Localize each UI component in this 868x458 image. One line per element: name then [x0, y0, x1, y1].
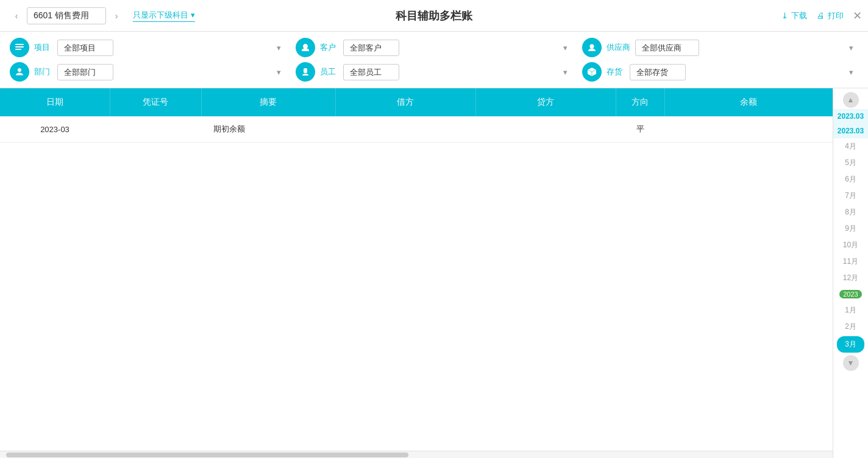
cell-debit [335, 116, 475, 143]
only-sub-toggle[interactable]: 只显示下级科目 ▾ [133, 10, 195, 22]
dept-select[interactable]: 全部部门 [57, 64, 113, 80]
page-title: 科目辅助多栏账 [396, 9, 472, 23]
project-label: 项目 [34, 42, 52, 53]
customer-select-wrapper: 全部客户 [343, 40, 572, 56]
filter-dept: 部门 全部部门 [10, 62, 286, 82]
download-label: 下载 [791, 10, 807, 21]
supplier-select[interactable]: 全部供应商 [635, 40, 699, 56]
col-debit: 借方 [335, 88, 475, 116]
inventory-icon [582, 62, 602, 82]
timeline-year-row: 2023 [839, 286, 861, 302]
filter-employee: 员工 全部员工 [296, 62, 572, 82]
table-area: 日期 凭证号 摘要 借方 贷方 方向 余额 2023-03 期初余额 [0, 88, 833, 458]
filter-row-1: 项目 全部项目 客户 全部客户 [10, 38, 858, 57]
inventory-select[interactable]: 全部存货 [630, 64, 686, 80]
nav-area: ‹ 6601 销售费用 › [10, 7, 123, 24]
timeline-item-4[interactable]: 4月 [833, 138, 868, 155]
horizontal-scrollbar[interactable] [0, 451, 833, 458]
next-button[interactable]: › [110, 9, 123, 23]
data-table: 日期 凭证号 摘要 借方 贷方 方向 余额 2023-03 期初余额 [0, 88, 833, 143]
print-button[interactable]: 🖨 打印 [817, 10, 844, 21]
col-desc: 摘要 [201, 88, 335, 116]
filter-inventory: 存货 全部存货 [582, 62, 858, 82]
col-direction: 方向 [616, 88, 664, 116]
timeline-down-button[interactable]: ▼ [843, 355, 859, 371]
filter-project: 项目 全部项目 [10, 38, 286, 57]
customer-label: 客户 [320, 42, 338, 53]
employee-icon [296, 62, 315, 82]
svg-rect-1 [15, 46, 24, 48]
timeline-item-12[interactable]: 12月 [833, 270, 868, 286]
titlebar: ‹ 6601 销售费用 › 只显示下级科目 ▾ 科目辅助多栏账 ⤓ 下载 🖨 打… [0, 0, 868, 32]
timeline-item-5[interactable]: 5月 [833, 155, 868, 171]
inventory-label: 存货 [607, 66, 625, 77]
timeline: ▲ 2023.03 2023.03 4月 5月 6月 7月 8月 9月 10月 … [833, 88, 868, 458]
col-credit: 贷方 [475, 88, 616, 116]
cell-voucher [110, 116, 201, 143]
toolbar-right: ⤓ 下载 🖨 打印 [781, 10, 844, 21]
cell-direction: 平 [616, 116, 664, 143]
svg-point-3 [589, 44, 594, 49]
svg-rect-5 [304, 68, 307, 73]
table-body: 2023-03 期初余额 平 [0, 116, 833, 143]
filter-supplier: 供应商 全部供应商 [582, 38, 858, 57]
svg-rect-2 [15, 49, 21, 50]
timeline-item-9[interactable]: 9月 [833, 220, 868, 237]
svg-point-4 [18, 68, 21, 72]
employee-label: 员工 [320, 66, 338, 77]
table-header: 日期 凭证号 摘要 借方 贷方 方向 余额 [0, 88, 833, 116]
main-window: ‹ 6601 销售费用 › 只显示下级科目 ▾ 科目辅助多栏账 ⤓ 下载 🖨 打… [0, 0, 868, 458]
cell-credit [475, 116, 616, 143]
svg-rect-0 [15, 44, 24, 45]
cell-description: 期初余额 [201, 116, 335, 143]
download-button[interactable]: ⤓ 下载 [781, 10, 807, 21]
timeline-item-3-active[interactable]: 3月 [837, 336, 864, 353]
filter-area: 项目 全部项目 客户 全部客户 [0, 32, 868, 88]
filter-customer: 客户 全部客户 [296, 38, 572, 57]
employee-select-wrapper: 全部员工 [343, 64, 572, 80]
table-row: 2023-03 期初余额 平 [0, 116, 833, 143]
timeline-item-8[interactable]: 8月 [833, 204, 868, 220]
project-select[interactable]: 全部项目 [57, 40, 113, 56]
chevron-down-icon: ▾ [191, 10, 195, 19]
cell-date: 2023-03 [0, 116, 110, 143]
dept-icon [10, 62, 29, 82]
timeline-item-11[interactable]: 11月 [833, 253, 868, 270]
dept-select-wrapper: 全部部门 [57, 64, 286, 80]
year-badge: 2023 [839, 290, 861, 298]
employee-select[interactable]: 全部员工 [343, 64, 399, 80]
only-sub-label: 只显示下级科目 [133, 10, 188, 21]
close-button[interactable]: ✕ [853, 9, 862, 23]
timeline-item-6[interactable]: 6月 [833, 171, 868, 188]
supplier-label: 供应商 [607, 42, 630, 53]
timeline-item-10[interactable]: 10月 [833, 237, 868, 253]
col-balance: 余额 [664, 88, 833, 116]
timeline-item-selected-2[interactable]: 2023.03 [833, 124, 868, 138]
supplier-select-wrapper: 全部供应商 [635, 40, 858, 56]
timeline-up-button[interactable]: ▲ [843, 92, 859, 108]
col-date: 日期 [0, 88, 110, 116]
dept-label: 部门 [34, 66, 52, 77]
scrollbar-thumb[interactable] [6, 453, 408, 457]
project-icon [10, 38, 29, 57]
customer-icon [296, 38, 315, 57]
print-label: 打印 [828, 10, 844, 21]
project-select-wrapper: 全部项目 [57, 40, 286, 56]
main-content: 日期 凭证号 摘要 借方 贷方 方向 余额 2023-03 期初余额 [0, 88, 868, 458]
filter-row-2: 部门 全部部门 员工 全部员工 [10, 62, 858, 82]
supplier-icon [582, 38, 602, 57]
prev-button[interactable]: ‹ [10, 9, 23, 23]
print-icon: 🖨 [817, 11, 825, 20]
account-code[interactable]: 6601 销售费用 [27, 7, 106, 24]
timeline-item-2[interactable]: 2月 [833, 319, 868, 335]
customer-select[interactable]: 全部客户 [343, 40, 399, 56]
cell-balance [664, 116, 833, 143]
download-icon: ⤓ [781, 11, 788, 20]
col-voucher: 凭证号 [110, 88, 201, 116]
inventory-select-wrapper: 全部存货 [630, 64, 858, 80]
timeline-item-1[interactable]: 1月 [833, 302, 868, 319]
timeline-item-selected-1[interactable]: 2023.03 [833, 109, 868, 124]
timeline-item-7[interactable]: 7月 [833, 188, 868, 204]
